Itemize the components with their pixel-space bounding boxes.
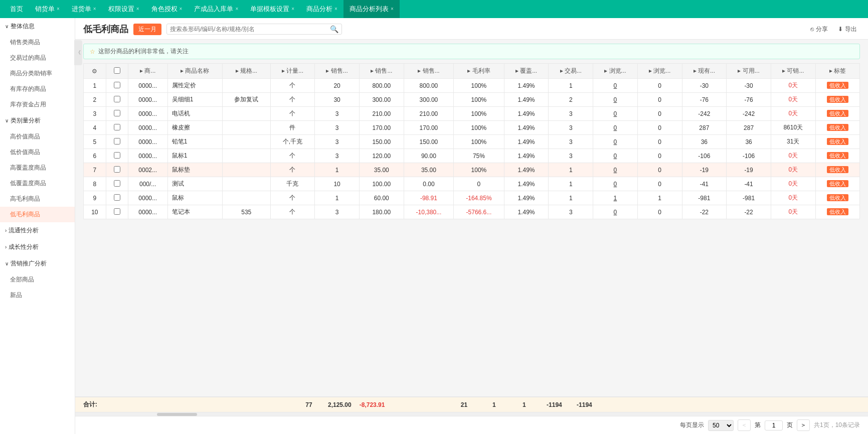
row-checkbox[interactable] xyxy=(114,208,120,215)
sidebar-item-sales-goods[interactable]: 销售类商品 xyxy=(0,35,75,50)
cell-checkbox[interactable] xyxy=(106,93,128,107)
row-checkbox[interactable] xyxy=(114,82,120,88)
page-number-input[interactable] xyxy=(765,420,783,430)
nav-role-auth[interactable]: 角色授权 × xyxy=(145,0,189,18)
select-all-checkbox[interactable] xyxy=(114,67,120,74)
nav-permission[interactable]: 权限设置 × xyxy=(102,0,145,18)
col-spec: ▸ 规格... xyxy=(222,64,270,79)
scrollbar-thumb[interactable] xyxy=(157,413,197,416)
sidebar-group-marketing[interactable]: ∨ 营销推广分析 xyxy=(0,255,75,272)
nav-product-inbound[interactable]: 产成品入库单 × xyxy=(188,0,244,18)
row-checkbox[interactable] xyxy=(114,138,120,144)
cell-view1[interactable]: 1 xyxy=(593,191,638,205)
chevron-down-icon: ∨ xyxy=(5,24,9,29)
row-checkbox[interactable] xyxy=(114,152,120,159)
nav-close-analysis-list[interactable]: × xyxy=(391,0,394,18)
table-header-row: ⚙ ▸ 商... ▸ 商品名称 ▸ 规格... ▸ 计量... ▸ 销售... … xyxy=(84,64,860,79)
nav-product-analysis[interactable]: 商品分析 × xyxy=(300,0,343,18)
row-checkbox[interactable] xyxy=(114,194,120,201)
sidebar-item-capital-usage[interactable]: 库存资金占用 xyxy=(0,97,75,112)
sidebar-item-high-margin[interactable]: 高毛利商品 xyxy=(0,191,75,207)
sidebar-group-overview[interactable]: ∨ 整体信息 xyxy=(0,18,75,35)
row-checkbox[interactable] xyxy=(114,110,120,116)
cell-trade: 3 xyxy=(549,107,593,121)
nav-close-template[interactable]: × xyxy=(291,0,294,18)
cell-checkbox[interactable] xyxy=(106,205,128,219)
cell-sales-amount: -10,380... xyxy=(404,205,454,219)
sidebar-item-low-coverage[interactable]: 低覆盖度商品 xyxy=(0,176,75,191)
nav-sales-order[interactable]: 销货单 × xyxy=(29,0,66,18)
cell-view1[interactable]: 0 xyxy=(593,149,638,163)
nav-close-permission[interactable]: × xyxy=(136,0,139,18)
share-button[interactable]: ⎋ 分享 xyxy=(807,24,831,35)
sidebar-item-new-goods[interactable]: 新品 xyxy=(0,287,75,303)
sidebar-collapse-btn[interactable]: 《 xyxy=(74,40,82,65)
cell-checkbox[interactable] xyxy=(106,135,128,149)
search-input[interactable] xyxy=(170,26,330,33)
cell-available: -30 xyxy=(727,79,771,93)
cell-checkbox[interactable] xyxy=(106,191,128,205)
filter-recent-month-button[interactable]: 近一月 xyxy=(133,24,161,35)
search-icon[interactable]: 🔍 xyxy=(330,25,338,33)
nav-close-sales[interactable]: × xyxy=(57,0,60,18)
col-settings[interactable]: ⚙ xyxy=(84,64,106,79)
cell-checkbox[interactable] xyxy=(106,149,128,163)
cell-checkbox[interactable] xyxy=(106,107,128,121)
cell-sales-amount: 150.00 xyxy=(404,135,454,149)
sidebar-item-all-goods[interactable]: 全部商品 xyxy=(0,272,75,287)
export-button[interactable]: ⬇ 导出 xyxy=(835,24,860,35)
nav-close-analysis[interactable]: × xyxy=(334,0,337,18)
cell-view1[interactable]: 0 xyxy=(593,79,638,93)
cell-view1[interactable]: 0 xyxy=(593,135,638,149)
sidebar-item-high-value[interactable]: 高价值商品 xyxy=(0,129,75,144)
row-checkbox[interactable] xyxy=(114,180,120,187)
nav-close-role[interactable]: × xyxy=(180,0,183,18)
table-container[interactable]: ⚙ ▸ 商... ▸ 商品名称 ▸ 规格... ▸ 计量... ▸ 销售... … xyxy=(75,63,868,396)
prev-page-button[interactable]: ＜ xyxy=(738,419,751,431)
nav-product-analysis-list[interactable]: 商品分析列表 × xyxy=(343,0,400,18)
sidebar-item-category-rate[interactable]: 商品分类助销率 xyxy=(0,66,75,81)
cell-gross-rate: 100% xyxy=(454,121,504,135)
sidebar-group-category[interactable]: ∨ 类别量分析 xyxy=(0,112,75,129)
chevron-right-icon: › xyxy=(5,228,7,233)
cell-unit: 千克 xyxy=(270,177,315,191)
table-row: 3 0000... 电话机 个 3 210.00 210.00 100% 1.4… xyxy=(84,107,860,121)
sidebar-item-high-coverage[interactable]: 高覆盖度商品 xyxy=(0,160,75,176)
cell-name: 鼠标垫 xyxy=(167,163,222,177)
cell-view1[interactable]: 0 xyxy=(593,205,638,219)
sidebar-item-inventory-goods[interactable]: 有库存的商品 xyxy=(0,81,75,97)
cell-view1[interactable]: 0 xyxy=(593,107,638,121)
cell-sales-qty: 3 xyxy=(315,121,360,135)
horizontal-scrollbar[interactable] xyxy=(75,412,868,416)
page-size-select[interactable]: 50 100 200 xyxy=(708,420,734,431)
cell-tag: 低收入 xyxy=(815,149,859,163)
cell-name: 铅笔1 xyxy=(167,135,222,149)
cell-view1[interactable]: 0 xyxy=(593,163,638,177)
cell-checkbox[interactable] xyxy=(106,79,128,93)
row-checkbox[interactable] xyxy=(114,166,120,173)
next-page-button[interactable]: ＞ xyxy=(797,419,810,431)
cell-checkbox[interactable] xyxy=(106,163,128,177)
cell-name: 鼠标1 xyxy=(167,149,222,163)
nav-purchase-order[interactable]: 进货单 × xyxy=(66,0,102,18)
row-checkbox[interactable] xyxy=(114,96,120,102)
sidebar-item-traded-goods[interactable]: 交易过的商品 xyxy=(0,50,75,66)
cell-checkbox[interactable] xyxy=(106,177,128,191)
nav-template-settings[interactable]: 单据模板设置 × xyxy=(244,0,300,18)
cell-view1[interactable]: 0 xyxy=(593,177,638,191)
col-sales-amount: ▸ 销售... xyxy=(404,64,454,79)
row-checkbox[interactable] xyxy=(114,124,120,130)
cell-view2: 0 xyxy=(637,135,682,149)
cell-checkbox[interactable] xyxy=(106,121,128,135)
cell-view1[interactable]: 0 xyxy=(593,121,638,135)
cell-no: 6 xyxy=(84,149,106,163)
nav-close-inbound[interactable]: × xyxy=(235,0,238,18)
sidebar-group-flow[interactable]: › 流通性分析 xyxy=(0,222,75,239)
sidebar-group-growth[interactable]: › 成长性分析 xyxy=(0,239,75,255)
sidebar-item-low-value[interactable]: 低价值商品 xyxy=(0,144,75,160)
nav-close-purchase[interactable]: × xyxy=(93,0,96,18)
cell-sales-qty: 10 xyxy=(315,177,360,191)
sidebar-item-low-margin[interactable]: 低毛利商品 xyxy=(0,207,75,222)
nav-home[interactable]: 首页 xyxy=(4,0,29,18)
cell-view1[interactable]: 0 xyxy=(593,93,638,107)
